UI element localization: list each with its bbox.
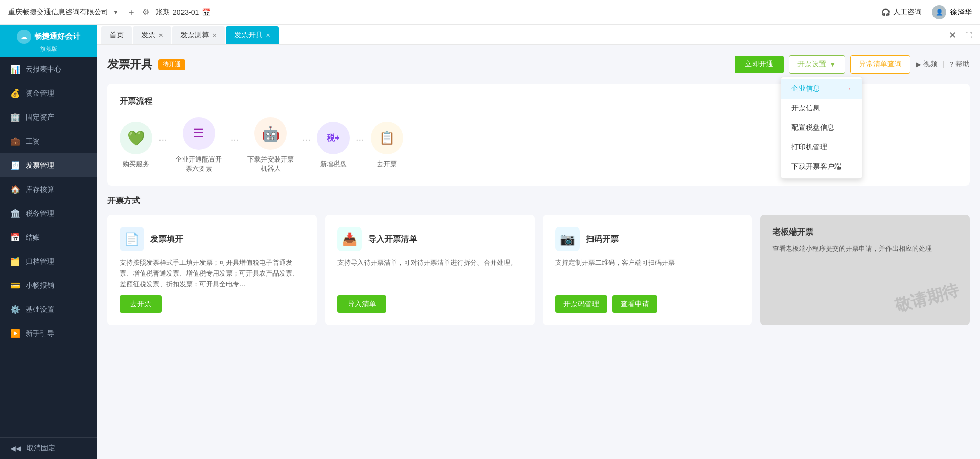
gudingzichan-icon: 🏢 bbox=[10, 112, 20, 122]
fapiao-icon: 🧾 bbox=[10, 160, 20, 170]
sidebar-cancel-pin[interactable]: ◀◀ 取消固定 bbox=[0, 437, 97, 459]
manual-fill-button[interactable]: 去开票 bbox=[120, 295, 162, 313]
page-header: 发票开具 待开通 立即开通 开票设置 ▼ 异常清单查询 ▶ 视频 | bbox=[107, 55, 970, 74]
xiaochang-icon: 💳 bbox=[10, 281, 20, 290]
dropdown-item-download[interactable]: 下载开票客户端 bbox=[781, 157, 862, 176]
settings-dropdown: 企业信息 → 开票信息 配置税盘信息 打印机管理 下 bbox=[781, 77, 862, 179]
guidang-icon: 🗂️ bbox=[10, 257, 20, 266]
tab-fapiao-cesuan[interactable]: 发票测算 ✕ bbox=[172, 26, 225, 44]
sidebar-item-zijin[interactable]: 💰 资金管理 bbox=[0, 81, 97, 105]
boss-card-desc: 查看老板端小程序提交的开票申请，并作出相应的处理 bbox=[772, 244, 958, 255]
methods-section: 开票方式 📄 发票填开 支持按照发票样式手工填开发票；可开具增值税电子普通发票、… bbox=[107, 196, 970, 325]
sidebar: ☁ 畅捷通好会计 旗舰版 📊 云报表中心 💰 资金管理 🏢 固定资产 💼 工资 bbox=[0, 25, 97, 459]
sidebar-item-yunbao[interactable]: 📊 云报表中心 bbox=[0, 57, 97, 81]
scan-code-manage-button[interactable]: 开票码管理 bbox=[555, 295, 607, 313]
shuiwu-icon: 🏛️ bbox=[10, 209, 20, 218]
jichu-icon: ⚙️ bbox=[10, 305, 20, 314]
tab-close-button[interactable]: ✕ bbox=[945, 28, 960, 42]
company-name: 重庆畅捷交通信息咨询有限公司 bbox=[8, 8, 108, 17]
exception-button[interactable]: 异常清单查询 bbox=[850, 55, 910, 74]
flow-step-5: 📋 去开票 bbox=[371, 122, 403, 169]
add-icon[interactable]: ＋ bbox=[127, 6, 136, 18]
logo-text: 畅捷通好会计 bbox=[34, 32, 80, 41]
flow-arrow-3: ··· bbox=[302, 133, 311, 157]
tab-home[interactable]: 首页 bbox=[101, 26, 132, 44]
username: 徐泽华 bbox=[950, 8, 972, 17]
step5-icon: 📋 bbox=[379, 131, 395, 145]
sidebar-item-gudingzichan[interactable]: 🏢 固定资产 bbox=[0, 105, 97, 129]
dropdown-item-qiye[interactable]: 企业信息 → bbox=[781, 79, 862, 99]
pin-icon: ◀◀ bbox=[10, 444, 21, 452]
settings-button[interactable]: 开票设置 ▼ bbox=[789, 55, 845, 74]
import-list-button[interactable]: 导入清单 bbox=[337, 295, 386, 313]
support-button[interactable]: 🎧 人工咨询 bbox=[881, 8, 922, 17]
manual-fill-icon: 📄 bbox=[120, 227, 144, 251]
user-info[interactable]: 👤 徐泽华 bbox=[932, 5, 972, 19]
method-card-import: 📥 导入开票清单 支持导入待开票清单，可对待开票清单进行拆分、合并处理。 导入清… bbox=[325, 215, 535, 325]
settings-icon[interactable]: ⚙ bbox=[142, 7, 149, 17]
view-application-button[interactable]: 查看申请 bbox=[612, 295, 657, 313]
sidebar-item-gongzi[interactable]: 💼 工资 bbox=[0, 129, 97, 153]
import-list-icon: 📥 bbox=[337, 227, 362, 251]
tabs-bar: 首页 发票 ✕ 发票测算 ✕ 发票开具 ✕ ✕ ⛶ bbox=[97, 25, 980, 45]
sidebar-item-shuiwu[interactable]: 🏛️ 税务管理 bbox=[0, 201, 97, 225]
logo-sub: 旗舰版 bbox=[40, 45, 57, 53]
kucun-icon: 🏠 bbox=[10, 185, 20, 194]
help-button[interactable]: ? 帮助 bbox=[949, 60, 970, 69]
logo-icon: ☁ bbox=[17, 30, 31, 44]
flow-step-1: 💚 购买服务 bbox=[120, 122, 152, 169]
dropdown-item-printer[interactable]: 打印机管理 bbox=[781, 137, 862, 157]
company-selector[interactable]: 重庆畅捷交通信息咨询有限公司 ▼ bbox=[8, 8, 119, 17]
import-list-title: 导入开票清单 bbox=[368, 234, 417, 245]
sidebar-item-kucun[interactable]: 🏠 库存核算 bbox=[0, 177, 97, 201]
flow-arrow-2: ··· bbox=[231, 133, 239, 157]
zijin-icon: 💰 bbox=[10, 88, 20, 98]
boss-card-title: 老板端开票 bbox=[772, 227, 958, 238]
manual-fill-desc: 支持按照发票样式手工填开发票；可开具增值税电子普通发票、增值税普通发票、增值税专… bbox=[120, 258, 305, 289]
content-area: 首页 发票 ✕ 发票测算 ✕ 发票开具 ✕ ✕ ⛶ bbox=[97, 25, 980, 459]
page-title: 发票开具 bbox=[107, 57, 152, 72]
red-arrow-icon: → bbox=[844, 84, 852, 94]
step4-icon: 税+ bbox=[327, 133, 339, 144]
tab-cesuan-close[interactable]: ✕ bbox=[212, 32, 217, 39]
sidebar-item-fapiao[interactable]: 🧾 发票管理 bbox=[0, 153, 97, 177]
period-display: 账期 2023-01 📅 bbox=[155, 8, 211, 17]
sidebar-logo: ☁ 畅捷通好会计 旗舰版 bbox=[0, 25, 97, 57]
methods-section-title: 开票方式 bbox=[107, 196, 970, 206]
company-arrow-icon: ▼ bbox=[112, 9, 119, 16]
sidebar-item-xiaochang[interactable]: 💳 小畅报销 bbox=[0, 273, 97, 297]
avatar: 👤 bbox=[932, 5, 946, 19]
sidebar-item-jiezhang[interactable]: 📅 结账 bbox=[0, 225, 97, 249]
sidebar-item-jichu[interactable]: ⚙️ 基础设置 bbox=[0, 297, 97, 322]
step1-icon: 💚 bbox=[127, 130, 145, 147]
tab-maximize-button[interactable]: ⛶ bbox=[962, 28, 976, 42]
headset-icon: 🎧 bbox=[881, 8, 890, 16]
scan-code-desc: 支持定制开票二维码，客户端可扫码开票 bbox=[555, 258, 740, 289]
dropdown-item-kaipiao[interactable]: 开票信息 bbox=[781, 99, 862, 118]
tab-fapiao-kaiju[interactable]: 发票开具 ✕ bbox=[226, 26, 279, 44]
flow-step-2: ☰ 企业开通配置开票六要素 bbox=[173, 117, 224, 173]
yunbao-icon: 📊 bbox=[10, 64, 20, 74]
tab-kaiju-close[interactable]: ✕ bbox=[266, 32, 270, 39]
flow-arrow-4: ··· bbox=[356, 133, 364, 157]
sidebar-item-guidang[interactable]: 🗂️ 归档管理 bbox=[0, 249, 97, 273]
dropdown-item-shuipan[interactable]: 配置税盘信息 bbox=[781, 118, 862, 137]
sidebar-item-xinshou[interactable]: ▶️ 新手引导 bbox=[0, 322, 97, 346]
method-card-manual: 📄 发票填开 支持按照发票样式手工填开发票；可开具增值税电子普通发票、增值税普通… bbox=[107, 215, 317, 325]
xinshou-icon: ▶️ bbox=[10, 329, 20, 338]
jiezhang-icon: 📅 bbox=[10, 233, 20, 242]
flow-step-4: 税+ 新增税盘 bbox=[317, 122, 350, 169]
method-card-scan: 📷 扫码开票 支持定制开票二维码，客户端可扫码开票 开票码管理 查看申请 bbox=[543, 215, 753, 325]
chevron-down-icon: ▼ bbox=[829, 60, 836, 68]
step3-icon: 🤖 bbox=[262, 125, 280, 142]
tab-fapiao-close[interactable]: ✕ bbox=[158, 32, 163, 39]
import-list-desc: 支持导入待开票清单，可对待开票清单进行拆分、合并处理。 bbox=[337, 258, 522, 289]
tab-fapiao[interactable]: 发票 ✕ bbox=[133, 26, 171, 44]
page-content: 发票开具 待开通 立即开通 开票设置 ▼ 异常清单查询 ▶ 视频 | bbox=[97, 45, 980, 459]
activate-button[interactable]: 立即开通 bbox=[735, 56, 784, 73]
manual-fill-title: 发票填开 bbox=[150, 234, 183, 245]
video-button[interactable]: ▶ 视频 bbox=[916, 60, 938, 69]
scan-code-icon: 📷 bbox=[555, 227, 580, 251]
play-icon: ▶ bbox=[916, 60, 921, 68]
calendar-icon[interactable]: 📅 bbox=[202, 8, 211, 16]
